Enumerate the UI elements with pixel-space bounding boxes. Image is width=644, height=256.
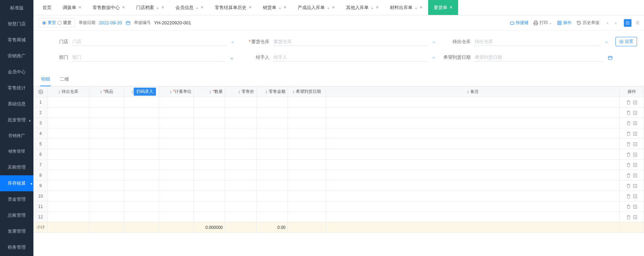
operate-button[interactable]: 操作 <box>557 20 572 26</box>
sidebar-item[interactable]: 发票管理 <box>0 223 33 239</box>
close-icon[interactable]: ✕ <box>376 5 379 10</box>
handler-input[interactable] <box>273 53 427 62</box>
cell-out-wh[interactable] <box>48 170 89 181</box>
ellipsis-icon[interactable]: ··· <box>431 39 436 45</box>
cell-remark[interactable] <box>326 181 620 191</box>
cell-wish-date[interactable] <box>288 118 326 128</box>
th-product[interactable]: ▴▾*商品 <box>89 87 124 97</box>
cell-retail-amount[interactable] <box>257 191 288 201</box>
cell-spec[interactable] <box>124 118 159 128</box>
add-row-icon[interactable] <box>633 131 637 136</box>
sidebar-item[interactable]: 智慧门店 <box>0 16 33 32</box>
table-row[interactable]: 2 <box>34 107 644 118</box>
delete-row-icon[interactable] <box>626 120 631 126</box>
sidebar-item[interactable]: 库存核算◂ <box>0 175 33 191</box>
cell-retail-amount[interactable] <box>257 181 288 191</box>
delete-row-icon[interactable] <box>626 99 631 105</box>
delete-row-icon[interactable] <box>626 162 631 167</box>
cell-unit[interactable] <box>159 139 194 149</box>
add-row-icon[interactable] <box>633 120 637 126</box>
out-wh-input[interactable] <box>474 38 600 46</box>
cell-remark[interactable] <box>326 201 620 212</box>
add-row-icon[interactable] <box>633 173 637 178</box>
cell-qty[interactable] <box>194 128 225 139</box>
cell-remark[interactable] <box>326 191 620 201</box>
cell-qty[interactable] <box>194 181 225 191</box>
cell-unit[interactable] <box>159 118 194 128</box>
radio-return[interactable]: 退货 <box>57 20 71 26</box>
cell-retail-amount[interactable] <box>257 139 288 149</box>
print-button[interactable]: 打印 ⌄ <box>533 20 552 26</box>
cell-product[interactable] <box>89 139 124 149</box>
cell-remark[interactable] <box>326 128 620 139</box>
tab[interactable]: 其他入库单⌄✕ <box>340 0 384 15</box>
cell-retail-price[interactable] <box>225 201 257 212</box>
hotkey-button[interactable]: 快捷键 <box>510 20 528 26</box>
ellipsis-icon[interactable]: ··· <box>604 39 608 45</box>
cell-wish-date[interactable] <box>288 128 326 139</box>
cell-product[interactable] <box>89 118 124 128</box>
cell-retail-price[interactable] <box>225 97 257 107</box>
next-arrow-icon[interactable]: › <box>613 20 619 25</box>
cell-product[interactable] <box>89 212 124 222</box>
table-row[interactable]: 9 <box>34 181 644 191</box>
tab[interactable]: 要货单✕ <box>428 0 458 15</box>
cell-qty[interactable] <box>194 191 225 201</box>
sidebar-item[interactable]: 基础信息 <box>0 96 33 112</box>
cell-retail-price[interactable] <box>225 191 257 201</box>
scan-entry-badge[interactable]: 扫码录入 <box>134 88 156 96</box>
delete-row-icon[interactable] <box>626 214 631 219</box>
sidebar-item[interactable]: 资金管理 <box>0 191 33 207</box>
cell-out-wh[interactable] <box>48 160 89 170</box>
cell-out-wh[interactable] <box>48 118 89 128</box>
close-icon[interactable]: ✕ <box>332 5 335 10</box>
cell-out-wh[interactable] <box>48 128 89 139</box>
radio-request[interactable]: 要货 <box>42 20 56 26</box>
dept-input[interactable] <box>72 53 225 62</box>
sidebar-item[interactable]: 营销推广 <box>0 128 33 144</box>
table-row[interactable]: 3 <box>34 118 644 128</box>
cell-retail-price[interactable] <box>225 181 257 191</box>
cell-spec[interactable] <box>124 97 159 107</box>
cell-retail-amount[interactable] <box>257 97 288 107</box>
table-row[interactable]: 5 <box>34 139 644 149</box>
cell-remark[interactable] <box>326 160 620 170</box>
close-icon[interactable]: ✕ <box>449 5 453 10</box>
cell-unit[interactable] <box>159 191 194 201</box>
cell-wish-date[interactable] <box>288 107 326 118</box>
cell-qty[interactable] <box>194 160 225 170</box>
cell-unit[interactable] <box>159 170 194 181</box>
cell-remark[interactable] <box>326 170 620 181</box>
wish-date-input[interactable] <box>474 53 603 62</box>
ellipsis-icon[interactable]: ··· <box>230 39 235 45</box>
sidebar-item[interactable]: 总账管理 <box>0 207 33 223</box>
cell-product[interactable] <box>89 191 124 201</box>
cell-wish-date[interactable] <box>288 149 326 160</box>
close-icon[interactable]: ✕ <box>283 5 286 10</box>
cell-wish-date[interactable] <box>288 201 326 212</box>
cell-spec[interactable] <box>124 170 159 181</box>
cell-product[interactable] <box>89 201 124 212</box>
cell-out-wh[interactable] <box>48 181 89 191</box>
cell-qty[interactable] <box>194 107 225 118</box>
cell-retail-price[interactable] <box>225 212 257 222</box>
store-input[interactable] <box>72 38 226 46</box>
cell-product[interactable] <box>89 181 124 191</box>
chevron-down-icon[interactable]: ⌄ <box>228 55 235 60</box>
cell-unit[interactable] <box>159 128 194 139</box>
cell-unit[interactable] <box>159 201 194 212</box>
tab[interactable]: 材料出库单⌄✕ <box>384 0 428 15</box>
close-icon[interactable]: ✕ <box>419 5 423 10</box>
cell-product[interactable] <box>89 128 124 139</box>
cell-spec[interactable] <box>124 212 159 222</box>
th-unit[interactable]: ▴▾*计量单位 <box>159 87 194 97</box>
cell-qty[interactable] <box>194 201 225 212</box>
sidebar-item[interactable]: 税务管理 <box>0 239 33 255</box>
delete-row-icon[interactable] <box>626 141 631 146</box>
sidebar-item[interactable]: 会员中心 <box>0 64 33 80</box>
add-row-icon[interactable] <box>633 204 637 209</box>
cell-retail-price[interactable] <box>225 139 257 149</box>
delete-row-icon[interactable] <box>626 193 631 199</box>
table-row[interactable]: 11 <box>34 201 644 212</box>
sidebar-item[interactable]: 采购管理 <box>0 159 33 175</box>
